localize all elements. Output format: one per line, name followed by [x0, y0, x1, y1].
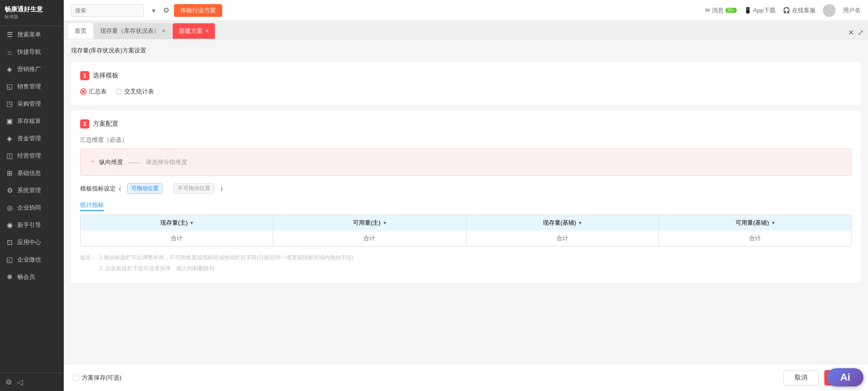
- hint-text-2: 2. 点击标题栏下拉可设置排序、插入列和删除列: [99, 263, 214, 274]
- col-available-aux-label: 可用量(基辅): [735, 219, 769, 227]
- app-name: 畅康通好生意: [5, 5, 59, 14]
- close-panel-button[interactable]: ✕: [848, 28, 854, 37]
- box-icon: ▣: [5, 117, 14, 125]
- sidebar-item-inventory[interactable]: ▣ 库存核算: [0, 113, 64, 130]
- app-download-button[interactable]: 📱 App下载: [744, 6, 776, 15]
- col-current-aux-value: 合计: [557, 234, 568, 242]
- indicator-settings: 模板指标设定（ 可拖动位置 不可拖动位置 ）: [80, 183, 852, 194]
- step2-title: 方案配置: [93, 120, 118, 128]
- main-area: ▾ ⚙ 体验行业方案 ✉ 消息 99+ 📱 App下载 🎧 在线客服 用户名: [64, 0, 868, 391]
- col-current-main-header[interactable]: 现存量(主) ▾: [81, 215, 273, 231]
- hint-prefix-2: [80, 263, 97, 274]
- col-current-aux-label: 现存量(基辅): [543, 219, 577, 227]
- money-icon: ◈: [5, 134, 14, 143]
- save-option[interactable]: 方案保存(可选): [73, 374, 122, 382]
- tabbar: 首页 现存量（库存状况表） × 新建方案 × ✕ ⤢: [64, 21, 868, 39]
- dimension-area[interactable]: * 纵向维度 —— 请选择分组维度: [80, 149, 852, 176]
- col-current-main-chevron[interactable]: ▾: [190, 220, 193, 226]
- hint-prefix-1: 提示：: [80, 252, 97, 263]
- col-available-aux-chevron[interactable]: ▾: [772, 220, 775, 226]
- search-dropdown-button[interactable]: ▾: [148, 5, 158, 15]
- stats-table: 现存量(主) ▾ 可用量(主) ▾ 现存量(基辅) ▾ 可用量(基辅): [80, 215, 852, 247]
- member-icon: ❋: [5, 273, 14, 281]
- sidebar-item-member[interactable]: ❋ 畅会员: [0, 268, 64, 286]
- tab-new-plan[interactable]: 新建方案 ×: [173, 23, 215, 39]
- home-icon: ⌂: [5, 48, 14, 56]
- app-icon: ⊡: [5, 238, 14, 247]
- sidebar-item-marketing[interactable]: ◈ 营销推广: [0, 61, 64, 78]
- handshake-icon: ◎: [5, 204, 14, 212]
- footer-settings-icon[interactable]: ⚙: [5, 378, 12, 386]
- sidebar-item-operations[interactable]: ◫ 经营管理: [0, 147, 64, 165]
- search-menu-icon: ☰: [5, 31, 14, 39]
- radio-summary-circle: [80, 88, 87, 95]
- sidebar-item-label: 搜索菜单: [17, 31, 41, 39]
- col-available-main-label: 可用量(主): [353, 219, 381, 227]
- save-option-label: 方案保存(可选): [82, 374, 122, 382]
- footer-sound-icon[interactable]: ◁: [17, 378, 23, 386]
- sidebar-item-search-menu[interactable]: ☰ 搜索菜单: [0, 26, 64, 43]
- messages-button[interactable]: ✉ 消息 99+: [705, 6, 737, 15]
- sidebar-item-system[interactable]: ⚙ 系统管理: [0, 182, 64, 199]
- sidebar-item-sales[interactable]: ◱ 销售管理: [0, 78, 64, 95]
- col-available-main-value: 合计: [363, 234, 375, 242]
- username-label[interactable]: 用户名: [843, 6, 861, 15]
- user-avatar[interactable]: [823, 4, 836, 17]
- col-current-aux-header[interactable]: 现存量(基辅) ▾: [466, 215, 659, 231]
- sidebar-item-finance[interactable]: ◈ 资金管理: [0, 130, 64, 147]
- col-current-aux-chevron[interactable]: ▾: [579, 220, 582, 226]
- page-title: 现存量(库存状况表)方案设置: [71, 46, 861, 55]
- hint-section: 提示： 1.拖动标题栏可以调整布局，不可跨维度或指标区域拖动栏目字段(只能在同一…: [80, 252, 852, 274]
- sidebar-item-corp-agreement[interactable]: ◎ 企业协同: [0, 199, 64, 216]
- radio-summary-label: 汇总表: [89, 87, 107, 96]
- hint-text-1: 1.拖动标题栏可以调整布局，不可跨维度或指标区域拖动栏目字段(只能在同一维度或指…: [99, 252, 353, 263]
- cancel-button[interactable]: 取消: [783, 370, 819, 386]
- dimension-label: 纵向维度: [99, 158, 123, 166]
- sidebar-item-corp-wechat[interactable]: ◱ 企业微信: [0, 251, 64, 268]
- content-area: 现存量(库存状况表)方案设置 1 选择模板 汇总表 交叉统计表: [64, 39, 868, 364]
- sidebar-item-quick-nav[interactable]: ⌂ 快捷导航: [0, 43, 64, 61]
- tab-inventory-close[interactable]: ×: [162, 28, 165, 34]
- tab-new-plan-close[interactable]: ×: [205, 28, 209, 34]
- headset-icon: 🎧: [783, 7, 790, 14]
- tab-inventory-status[interactable]: 现存量（库存状况表） ×: [94, 23, 172, 39]
- step2-header: 2 方案配置: [80, 119, 852, 129]
- tab-home-label: 首页: [75, 27, 87, 35]
- settings-icon[interactable]: ⚙: [163, 6, 169, 15]
- ai-badge[interactable]: Ai: [827, 368, 863, 386]
- sidebar-item-label: 基础信息: [17, 169, 41, 177]
- ai-badge-label: Ai: [840, 371, 850, 383]
- col-current-main-label: 现存量(主): [160, 219, 188, 227]
- app-logo: 畅康通好生意 标准版: [0, 0, 64, 26]
- sidebar-item-label: 系统管理: [17, 186, 41, 195]
- sidebar-item-label: 企业微信: [17, 256, 41, 264]
- indicator-label: 模板指标设定（: [80, 185, 122, 193]
- draggable-badge: 可拖动位置: [127, 183, 163, 194]
- col-available-aux-header[interactable]: 可用量(基辅) ▾: [659, 215, 851, 231]
- sidebar-item-label: 企业协同: [17, 204, 41, 212]
- ops-icon: ◫: [5, 152, 14, 160]
- col-available-main-header[interactable]: 可用量(主) ▾: [273, 215, 466, 231]
- sidebar: 畅康通好生意 标准版 ☰ 搜索菜单 ⌂ 快捷导航 ◈ 营销推广 ◱ 销售管理 ◳…: [0, 0, 64, 391]
- radio-crosstab[interactable]: 交叉统计表: [116, 87, 154, 96]
- sidebar-item-label: 采购管理: [17, 100, 41, 108]
- search-input[interactable]: [71, 4, 144, 17]
- sidebar-item-purchase[interactable]: ◳ 采购管理: [0, 95, 64, 113]
- radio-summary[interactable]: 汇总表: [80, 87, 107, 96]
- step2-badge: 2: [80, 119, 89, 129]
- col-available-main-chevron[interactable]: ▾: [383, 220, 386, 226]
- online-service-button[interactable]: 🎧 在线客服: [783, 6, 816, 15]
- sidebar-item-app-center[interactable]: ⊡ 应用中心: [0, 234, 64, 251]
- step1-header: 1 选择模板: [80, 71, 852, 80]
- tab-home[interactable]: 首页: [68, 23, 93, 39]
- sidebar-item-new-guide[interactable]: ◉ 新手引导: [0, 216, 64, 234]
- hint-line-1: 提示： 1.拖动标题栏可以调整布局，不可跨维度或指标区域拖动栏目字段(只能在同一…: [80, 252, 852, 263]
- trial-button[interactable]: 体验行业方案: [174, 4, 222, 17]
- save-checkbox[interactable]: [73, 375, 79, 381]
- sidebar-nav: ☰ 搜索菜单 ⌂ 快捷导航 ◈ 营销推广 ◱ 销售管理 ◳ 采购管理 ▣ 库存核…: [0, 26, 64, 373]
- expand-panel-button[interactable]: ⤢: [858, 28, 863, 37]
- stats-label: 统计指标: [80, 201, 104, 211]
- sidebar-item-label: 资金管理: [17, 134, 41, 143]
- sidebar-item-basic-info[interactable]: ⊞ 基础信息: [0, 165, 64, 182]
- topbar-left: ▾ ⚙ 体验行业方案: [71, 4, 222, 17]
